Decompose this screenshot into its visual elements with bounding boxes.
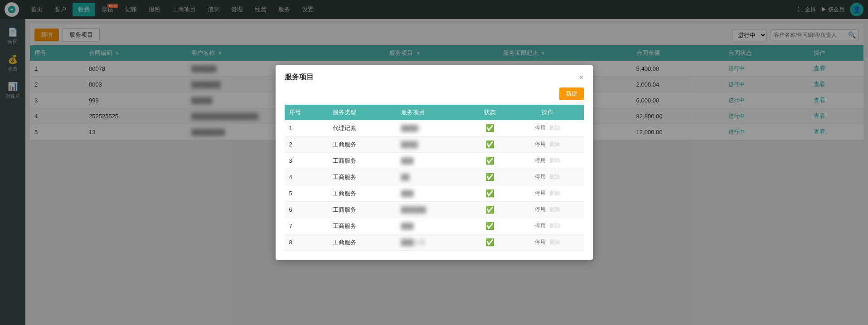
- stop-button[interactable]: 停用: [535, 157, 546, 165]
- service-cell-status: ✅: [468, 234, 512, 251]
- service-cell-item: ████1: [397, 120, 468, 136]
- service-cell-item: ███: [397, 153, 468, 169]
- service-cell-action: 停用 删除: [512, 185, 584, 202]
- modal-title: 服务项目: [285, 73, 314, 82]
- service-cell-type: 工商服务: [328, 202, 397, 218]
- service-cell-type: 工商服务: [328, 136, 397, 153]
- service-header-row: 序号 服务类型 服务项目 状态 操作: [285, 105, 584, 120]
- service-cell-item: ██: [397, 169, 468, 185]
- delete-button[interactable]: 删除: [549, 157, 560, 165]
- service-cell-action: 停用 删除: [512, 153, 584, 169]
- service-cell-action: 停用 删除: [512, 169, 584, 185]
- service-cell-status: ✅: [468, 185, 512, 202]
- delete-button[interactable]: 删除: [549, 238, 560, 246]
- service-table-row: 8 工商服务 ███注册 ✅ 停用 删除: [285, 234, 584, 251]
- stop-button[interactable]: 停用: [535, 222, 546, 230]
- service-cell-action: 停用 删除: [512, 136, 584, 153]
- status-check-icon: ✅: [485, 222, 495, 230]
- service-table-row: 4 工商服务 ██ ✅ 停用 删除: [285, 169, 584, 185]
- service-cell-action: 停用 删除: [512, 234, 584, 251]
- service-cell-item: ████: [397, 136, 468, 153]
- service-cell-no: 8: [285, 234, 328, 251]
- main-content: 新增 服务项目 进行中 已完成 已取消 🔍: [25, 19, 868, 325]
- service-cell-action: 停用 删除: [512, 120, 584, 136]
- service-table-row: 5 工商服务 ███ ✅ 停用 删除: [285, 185, 584, 202]
- service-cell-status: ✅: [468, 169, 512, 185]
- status-check-icon: ✅: [485, 238, 495, 246]
- service-cell-item: ███注册: [397, 234, 468, 251]
- stop-button[interactable]: 停用: [535, 189, 546, 197]
- stop-button[interactable]: 停用: [535, 173, 546, 181]
- service-cell-type: 工商服务: [328, 153, 397, 169]
- service-cell-status: ✅: [468, 153, 512, 169]
- service-cell-no: 1: [285, 120, 328, 136]
- service-cell-no: 5: [285, 185, 328, 202]
- service-table-row: 1 代理记账 ████1 ✅ 停用 删除: [285, 120, 584, 136]
- service-cell-action: 停用 删除: [512, 202, 584, 218]
- service-col-type: 服务类型: [328, 105, 397, 120]
- service-cell-type: 工商服务: [328, 234, 397, 251]
- service-cell-type: 工商服务: [328, 218, 397, 234]
- delete-button[interactable]: 删除: [549, 141, 560, 148]
- service-cell-item: ███: [397, 218, 468, 234]
- service-table-row: 7 工商服务 ███ ✅ 停用 删除: [285, 218, 584, 234]
- delete-button[interactable]: 删除: [549, 206, 560, 213]
- status-check-icon: ✅: [485, 124, 495, 132]
- status-check-icon: ✅: [485, 141, 495, 148]
- delete-button[interactable]: 删除: [549, 222, 560, 230]
- service-cell-action: 停用 删除: [512, 218, 584, 234]
- service-cell-status: ✅: [468, 136, 512, 153]
- status-check-icon: ✅: [485, 157, 495, 165]
- service-col-status: 状态: [468, 105, 512, 120]
- service-cell-no: 7: [285, 218, 328, 234]
- service-cell-status: ✅: [468, 120, 512, 136]
- service-table-row: 6 工商服务 ██████ ✅ 停用 删除: [285, 202, 584, 218]
- service-cell-no: 2: [285, 136, 328, 153]
- service-cell-item: ███: [397, 185, 468, 202]
- main-layout: 📄 合同 💰 收费 📊 对账单 新增 服务项目 进行中 已完成 已取消: [0, 19, 868, 325]
- service-table-row: 3 工商服务 ███ ✅ 停用 删除: [285, 153, 584, 169]
- modal-new-button[interactable]: 新建: [559, 87, 584, 100]
- stop-button[interactable]: 停用: [535, 238, 546, 246]
- status-check-icon: ✅: [485, 206, 495, 213]
- service-cell-type: 代理记账: [328, 120, 397, 136]
- service-cell-type: 工商服务: [328, 169, 397, 185]
- service-cell-no: 4: [285, 169, 328, 185]
- stop-button[interactable]: 停用: [535, 124, 546, 132]
- service-modal: 服务项目 × 新建 序号 服务类型 服务项目 状态: [276, 65, 593, 260]
- service-col-action: 操作: [512, 105, 584, 120]
- service-cell-type: 工商服务: [328, 185, 397, 202]
- stop-button[interactable]: 停用: [535, 206, 546, 213]
- service-cell-status: ✅: [468, 218, 512, 234]
- service-col-item: 服务项目: [397, 105, 468, 120]
- modal-body: 序号 服务类型 服务项目 状态 操作 1 代理记账 ████1 ✅: [276, 105, 593, 260]
- modal-toolbar: 新建: [276, 87, 593, 105]
- status-check-icon: ✅: [485, 189, 495, 197]
- service-table-row: 2 工商服务 ████ ✅ 停用 删除: [285, 136, 584, 153]
- modal-close-button[interactable]: ×: [579, 73, 584, 82]
- service-table: 序号 服务类型 服务项目 状态 操作 1 代理记账 ████1 ✅: [285, 105, 584, 251]
- modal-header: 服务项目 ×: [276, 65, 593, 87]
- service-col-no: 序号: [285, 105, 328, 120]
- service-cell-no: 6: [285, 202, 328, 218]
- modal-overlay[interactable]: 服务项目 × 新建 序号 服务类型 服务项目 状态: [25, 19, 868, 325]
- service-cell-status: ✅: [468, 202, 512, 218]
- status-check-icon: ✅: [485, 173, 495, 181]
- service-cell-no: 3: [285, 153, 328, 169]
- delete-button[interactable]: 删除: [549, 173, 560, 181]
- service-cell-item: ██████: [397, 202, 468, 218]
- delete-button[interactable]: 删除: [549, 124, 560, 132]
- stop-button[interactable]: 停用: [535, 141, 546, 148]
- delete-button[interactable]: 删除: [549, 189, 560, 197]
